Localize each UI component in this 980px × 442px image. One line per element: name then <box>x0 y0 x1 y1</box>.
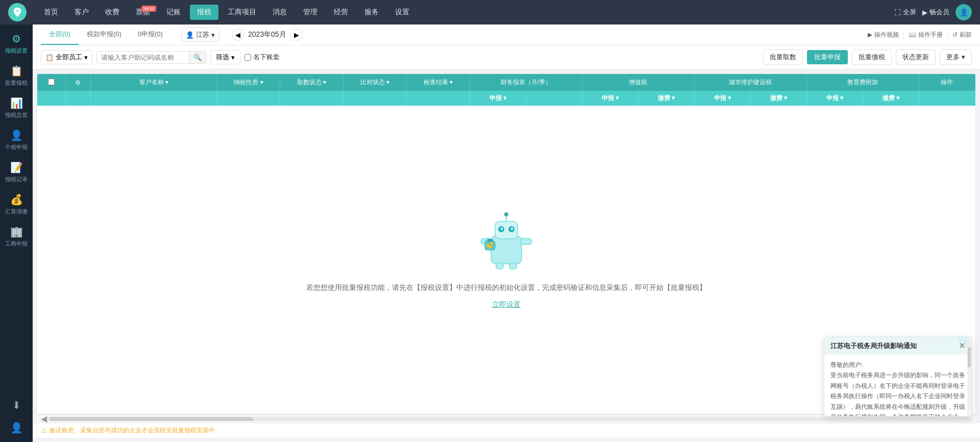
robot-illustration <box>476 210 537 273</box>
nav-client[interactable]: 客户 <box>67 5 96 20</box>
sidebar-item-batch-tax[interactable]: 📋 批量报税 <box>2 61 31 91</box>
employee-select[interactable]: 📋 全部员工 ▾ <box>41 50 92 64</box>
filter-button[interactable]: 筛选 ▾ <box>210 50 240 64</box>
th-check-result: 检查结果 ▾ <box>406 74 470 91</box>
th-tax-type: 纳税性质 ▾ <box>217 74 280 91</box>
scroll-left-btn[interactable]: ◀ <box>41 414 47 424</box>
th-sub-finance-empty <box>526 91 582 106</box>
nav-operation[interactable]: 经营 <box>327 5 355 20</box>
svg-rect-9 <box>521 238 532 244</box>
filter-bar: 📋 全部员工 ▾ 🔍 筛选 ▾ 名下账套 批量取数 批量申报 批量缴税 状态更新 <box>33 45 980 69</box>
filter-icon-vat-pay[interactable]: ▾ <box>672 94 675 102</box>
nav-manage[interactable]: 管理 <box>296 5 325 20</box>
refresh-link[interactable]: ↺ 刷新 <box>952 31 972 39</box>
avatar[interactable]: 👤 <box>955 4 972 20</box>
refresh-icon: ↺ <box>952 31 958 38</box>
province-select[interactable]: 👤 江苏 ▾ <box>181 28 219 42</box>
date-text: 2023年05月 <box>248 30 286 39</box>
filter-icon-tax-type[interactable]: ▾ <box>260 79 263 86</box>
nav-ledger[interactable]: 记账 <box>159 5 188 20</box>
gear-icon[interactable]: ⚙ <box>75 79 81 86</box>
notif-header: 江苏电子税务局升级影响通知 ✕ <box>824 337 971 355</box>
tax-settings-icon: ⚙ <box>12 33 21 45</box>
th-sub-edu-pay: 缴费 ▾ <box>863 91 919 106</box>
filter-icon-compare[interactable]: ▾ <box>386 79 389 86</box>
tab-all[interactable]: 全部(0) <box>41 24 79 45</box>
vip-btn[interactable]: ▶ 畅会员 <box>922 8 949 17</box>
th-action: 操作 <box>919 74 975 91</box>
tab-tax-declare[interactable]: 税款申报(0) <box>79 24 130 45</box>
logo[interactable] <box>8 3 27 21</box>
search-button[interactable]: 🔍 <box>189 52 206 63</box>
filter-icon-fetch[interactable]: ▾ <box>323 79 326 86</box>
more-btn[interactable]: 更多 ▾ <box>940 50 972 65</box>
sidebar-item-settlement[interactable]: 💰 汇算清缴 <box>2 189 31 219</box>
nav-business[interactable]: 工商项目 <box>220 5 263 20</box>
manual-link[interactable]: 📖 操作手册 <box>909 31 943 39</box>
batch-declare-btn[interactable]: 批量申报 <box>807 50 848 64</box>
notif-scrollbar[interactable] <box>967 337 971 416</box>
filter-icon-city-pay[interactable]: ▾ <box>784 94 787 102</box>
th-sub-city-declare: 申报 ▾ <box>694 91 750 106</box>
filter-chevron-icon: ▾ <box>231 54 235 61</box>
th-sub-action <box>919 91 975 106</box>
sidebar-item-download[interactable]: ⬇ <box>2 395 31 415</box>
hscroll-thumb[interactable] <box>49 417 253 421</box>
filter-icon-check[interactable]: ▾ <box>450 79 453 86</box>
filter-icon-edu-pay[interactable]: ▾ <box>896 94 899 102</box>
sidebar-item-tax-records[interactable]: 📝 报税记录 <box>2 157 31 187</box>
status-update-btn[interactable]: 状态更新 <box>896 50 936 65</box>
checkbox-account[interactable]: 名下账套 <box>244 53 280 62</box>
th-sub-client <box>91 91 217 106</box>
filter-text: 筛选 <box>216 53 229 62</box>
filter-icon-vat-declare[interactable]: ▾ <box>616 94 619 102</box>
batch-pay-btn[interactable]: 批量缴税 <box>852 50 892 65</box>
account-checkbox[interactable] <box>244 54 251 61</box>
empty-text: 若您想使用批量报税功能，请先在【报税设置】中进行报税的初始化设置，完成密码验证和… <box>306 281 706 294</box>
select-all-checkbox[interactable] <box>48 79 55 85</box>
status-bar: ⚠ 验证账密、采集信息均成功的企业才会流转至批量报税页面中 <box>33 423 980 438</box>
tab-zero-declare[interactable]: 0申报(0) <box>130 24 171 45</box>
th-city-tax: 城市维护建设税 <box>694 74 806 91</box>
sidebar-item-tax-settings[interactable]: ⚙ 报税设置 <box>2 29 31 59</box>
batch-fetch-btn[interactable]: 批量取数 <box>763 50 803 65</box>
th-compare-status: 比对状态 ▾ <box>344 74 407 91</box>
top-nav: 首页 客户 收费 票据 NEW 记账 报税 工商项目 消息 管理 经营 服务 设… <box>0 0 980 24</box>
tab-right-actions: ▶ 操作视频 | 📖 操作手册 | ↺ 刷新 <box>868 31 972 39</box>
status-text: 验证账密、采集信息均成功的企业才会流转至批量报税页面中 <box>50 426 215 435</box>
search-input[interactable] <box>97 52 189 63</box>
th-fetch-status: 取数状态 ▾ <box>280 74 344 91</box>
video-link[interactable]: ▶ 操作视频 <box>868 31 899 39</box>
sidebar-item-annual-report[interactable]: 🏢 工商年报 <box>2 222 31 252</box>
nav-home[interactable]: 首页 <box>37 5 65 20</box>
th-client-name: 客户名称 ▾ <box>91 74 217 91</box>
nav-bill[interactable]: 票据 NEW <box>129 5 157 20</box>
date-prev-btn[interactable]: ◀ <box>232 29 244 41</box>
nav-tax[interactable]: 报税 <box>190 5 218 20</box>
filter-icon-client[interactable]: ▾ <box>165 79 168 86</box>
tabs-row: 全部(0) 税款申报(0) 0申报(0) 👤 江苏 ▾ ◀ 2023年05月 ▶ <box>33 24 980 45</box>
fullscreen-btn[interactable]: ⛶ 全屏 <box>894 8 916 17</box>
sidebar-item-personal-tax[interactable]: 👤 个税申报 <box>2 125 31 155</box>
nav-service[interactable]: 服务 <box>357 5 386 20</box>
top-nav-right: ⛶ 全屏 ▶ 畅会员 👤 <box>894 4 972 20</box>
date-next-btn[interactable]: ▶ <box>290 29 303 41</box>
nav-settings[interactable]: 设置 <box>388 5 416 20</box>
nav-fee[interactable]: 收费 <box>98 5 127 20</box>
th-sub-check <box>406 91 470 106</box>
sidebar-item-tax-overview[interactable]: 📊 报税总览 <box>2 93 31 123</box>
setup-link[interactable]: 立即设置 <box>492 300 521 309</box>
hscroll-track[interactable] <box>49 417 972 421</box>
annual-report-icon: 🏢 <box>10 226 23 238</box>
vip-icon: ▶ <box>922 9 927 16</box>
filter-icon-city-declare[interactable]: ▾ <box>728 94 731 102</box>
video-icon: ▶ <box>868 31 872 38</box>
filter-icon-edu-declare[interactable]: ▾ <box>840 94 843 102</box>
notif-content: 受当前电子税务局进一步升级的影响，同一个政务网账号（办税人）名下的企业不能再同时… <box>830 370 965 416</box>
nav-message[interactable]: 消息 <box>265 5 294 20</box>
sidebar-item-user[interactable]: 👤 <box>2 418 31 438</box>
filter-icon-finance-declare[interactable]: ▾ <box>503 94 506 102</box>
sidebar-label-batch-tax: 批量报税 <box>5 79 28 87</box>
th-sub-city-pay: 缴费 ▾ <box>750 91 806 106</box>
chevron-down-icon: ▾ <box>211 31 215 39</box>
